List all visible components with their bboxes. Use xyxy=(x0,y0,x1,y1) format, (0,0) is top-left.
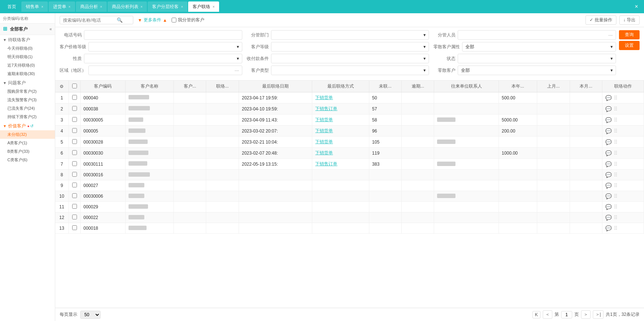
th-settings[interactable]: ⚙ xyxy=(55,81,68,92)
row-checkbox[interactable] xyxy=(72,128,77,133)
th-name[interactable]: 客户名称 xyxy=(125,81,173,92)
filter-select-retail-customer[interactable]: 全部 xyxy=(458,66,616,75)
td-checkbox[interactable] xyxy=(68,126,80,137)
group-value-customers[interactable]: ▼ 价值客户 ● ↺ xyxy=(0,121,55,130)
filter-select-region[interactable]: ··· xyxy=(88,66,242,75)
tab-product-analysis-close[interactable]: × xyxy=(100,5,102,9)
more-conditions-button[interactable]: ▼ 更多条件 ▲ xyxy=(138,17,167,23)
sidebar-search-input[interactable] xyxy=(3,16,54,21)
tab-product-list-close[interactable]: × xyxy=(141,5,143,9)
filter-select-price-tier[interactable] xyxy=(88,42,242,52)
query-button[interactable]: 查询 xyxy=(619,30,640,39)
sidebar-item-unclassified[interactable]: 未分组(32) xyxy=(0,130,55,139)
td-checkbox[interactable] xyxy=(68,103,80,114)
contact-method-link[interactable]: 下销货单 xyxy=(315,95,333,100)
chat-icon[interactable]: 💬 xyxy=(605,95,612,101)
contact-method-link[interactable]: 下销售订单 xyxy=(315,106,337,111)
more-action-icon[interactable]: ⠿ xyxy=(614,183,617,188)
last-page-button[interactable]: ＞| xyxy=(593,310,603,319)
next-page-button[interactable]: ＞ xyxy=(581,310,591,319)
th-contact[interactable]: 联络... xyxy=(206,81,239,92)
tab-product-list[interactable]: 商品分析列表 × xyxy=(108,1,147,12)
th-this-year[interactable]: 本年... xyxy=(499,81,537,92)
window-close-button[interactable]: × xyxy=(632,3,641,10)
chat-icon[interactable]: 💬 xyxy=(605,139,612,145)
row-checkbox[interactable] xyxy=(72,161,77,166)
filter-select-payment[interactable] xyxy=(271,54,429,63)
tab-customer-segment-close[interactable]: × xyxy=(181,5,183,9)
sidebar-search-box[interactable]: 🔍 xyxy=(0,13,55,24)
sidebar-item-overdue-pending[interactable]: 逾期未联络(30) xyxy=(0,70,55,78)
more-action-icon[interactable]: ⠿ xyxy=(614,106,617,112)
chat-icon[interactable]: 💬 xyxy=(605,215,612,221)
sidebar-item-tomorrow-pending[interactable]: 明天待联络(1) xyxy=(0,53,55,61)
prev-page-button[interactable]: ＜ xyxy=(543,310,552,319)
group-problem-customers[interactable]: ▼ 问题客户 xyxy=(0,78,55,87)
row-checkbox[interactable] xyxy=(72,225,77,230)
row-checkbox[interactable] xyxy=(72,204,77,209)
more-action-icon[interactable]: ⠿ xyxy=(614,150,617,156)
th-last-month[interactable]: 上月... xyxy=(537,81,570,92)
chat-icon[interactable]: 💬 xyxy=(605,106,612,112)
sidebar-item-class-a[interactable]: A类客户(1) xyxy=(0,139,55,147)
tab-customer-segment[interactable]: 客户分层经客 × xyxy=(148,1,187,12)
row-checkbox[interactable] xyxy=(72,117,77,122)
sidebar-item-declining[interactable]: 持续下滑客户(2) xyxy=(0,113,55,121)
th-last-contact-date[interactable]: 最后联络日期 xyxy=(239,81,312,92)
chat-icon[interactable]: 💬 xyxy=(605,193,612,199)
first-page-button[interactable]: K xyxy=(532,311,541,318)
filter-select-status[interactable] xyxy=(458,54,616,63)
sidebar-item-churned[interactable]: 已流失客户(24) xyxy=(0,104,55,113)
chat-icon[interactable]: 💬 xyxy=(605,128,612,134)
sidebar-collapse-icon[interactable]: « xyxy=(49,27,52,32)
th-code[interactable]: 客户编码 xyxy=(80,81,125,92)
chat-icon[interactable]: 💬 xyxy=(605,204,612,210)
row-checkbox[interactable] xyxy=(72,139,77,144)
main-search-box[interactable]: 🔍 xyxy=(60,16,133,24)
filter-region-dots[interactable]: ··· xyxy=(235,67,239,73)
filter-manager-dots[interactable]: ··· xyxy=(608,32,613,38)
filter-select-customer-tier[interactable] xyxy=(271,42,429,52)
td-checkbox[interactable] xyxy=(68,170,80,180)
td-checkbox[interactable] xyxy=(68,202,80,212)
sidebar-item-class-c[interactable]: C类客户(6) xyxy=(0,156,55,164)
chat-icon[interactable]: 💬 xyxy=(605,161,612,167)
td-checkbox[interactable] xyxy=(68,180,80,191)
tab-sales-order[interactable]: 销售单 × xyxy=(21,1,48,12)
contact-method-link[interactable]: 下销货单 xyxy=(315,117,333,122)
more-action-icon[interactable]: ⠿ xyxy=(614,95,617,101)
group-pending-contact[interactable]: ▼ 待联络客户 xyxy=(0,35,55,44)
td-checkbox[interactable] xyxy=(68,212,80,223)
export-button[interactable]: ↓ 导出 xyxy=(619,15,640,25)
settings-icon[interactable]: ⚙ xyxy=(60,84,64,89)
sidebar-item-class-b[interactable]: B类客户(33) xyxy=(0,147,55,156)
contact-method-link[interactable]: 下销售订单 xyxy=(315,161,337,166)
row-checkbox[interactable] xyxy=(72,183,77,187)
filter-input-phone[interactable] xyxy=(84,30,242,40)
td-checkbox[interactable] xyxy=(68,191,80,202)
td-checkbox[interactable] xyxy=(68,148,80,159)
tab-home[interactable]: 首页 xyxy=(3,1,21,12)
sidebar-item-churn-warning[interactable]: 流失预警客户(3) xyxy=(0,96,55,104)
row-checkbox[interactable] xyxy=(72,215,77,219)
row-checkbox[interactable] xyxy=(72,150,77,155)
filter-select-dept[interactable] xyxy=(271,30,429,40)
more-action-icon[interactable]: ⠿ xyxy=(614,225,617,231)
tab-product-analysis[interactable]: 商品分析 × xyxy=(76,1,107,12)
batch-operations-button[interactable]: ✓ 批量操作 xyxy=(585,15,616,25)
filter-select-retail-attr[interactable]: 全部 xyxy=(462,42,616,52)
filter-select-cust-type[interactable] xyxy=(271,66,429,75)
row-checkbox[interactable] xyxy=(72,193,77,198)
more-action-icon[interactable]: ⠿ xyxy=(614,139,617,145)
tab-purchase[interactable]: 进货单 × xyxy=(49,1,75,12)
th-this-month[interactable]: 本月... xyxy=(570,81,602,92)
contact-method-link[interactable]: 下销货单 xyxy=(315,139,333,144)
tab-sales-order-close[interactable]: × xyxy=(41,5,43,9)
th-no-contact[interactable]: 未联... xyxy=(369,81,401,92)
main-search-input[interactable] xyxy=(63,18,115,23)
td-checkbox[interactable] xyxy=(68,223,80,234)
th-unit-contact[interactable]: 往来单位联系人 xyxy=(434,81,499,92)
sidebar-item-today-pending[interactable]: 今天待联络(0) xyxy=(0,44,55,53)
page-size-select[interactable]: 50 20 100 xyxy=(80,311,101,319)
refresh-icon[interactable]: ↺ xyxy=(30,124,34,128)
